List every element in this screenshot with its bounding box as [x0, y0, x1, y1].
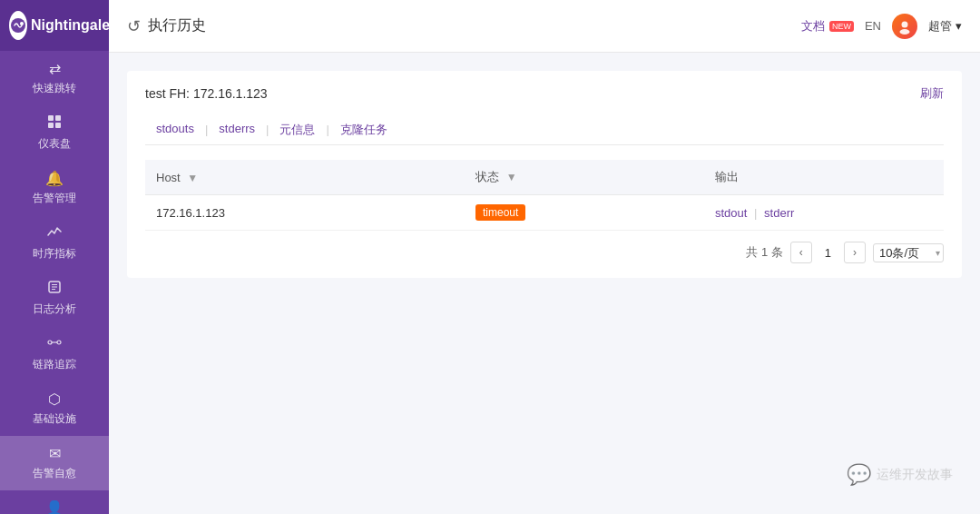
lang-switcher[interactable]: EN [865, 19, 881, 33]
sidebar-item-alarm-mgmt[interactable]: 🔔 告警管理 [0, 161, 109, 215]
refresh-button[interactable]: 刷新 [920, 85, 944, 102]
trace-icon [47, 335, 62, 353]
logo-icon [9, 11, 27, 40]
sidebar-item-label-dashboard: 仪表盘 [38, 136, 71, 152]
log-icon [47, 280, 62, 298]
svg-point-13 [902, 21, 908, 27]
next-page-button[interactable]: › [844, 242, 866, 263]
sidebar-item-quick-jump[interactable]: ⇄ 快速跳转 [0, 51, 109, 105]
user-menu[interactable]: 超管 ▾ [928, 18, 962, 35]
page-title-area: ↺ 执行历史 [127, 16, 206, 36]
sidebar-logo[interactable]: Nightingale [0, 0, 109, 51]
table-body: 172.16.1.123 timeout stdout | stderr [145, 195, 944, 231]
docs-link[interactable]: 文档 NEW [801, 18, 854, 35]
total-count: 共 1 条 [746, 244, 782, 261]
svg-point-14 [900, 29, 910, 35]
svg-point-11 [57, 341, 61, 344]
topbar: ↺ 执行历史 文档 NEW EN 超管 ▾ [109, 0, 980, 53]
col-status: 状态 ▼ [465, 160, 704, 195]
page-size-select[interactable]: 10条/页 20条/页 50条/页 100条/页 [873, 243, 944, 262]
dashboard-icon [47, 114, 62, 133]
topbar-right: 文档 NEW EN 超管 ▾ [801, 14, 962, 39]
table-header-row: Host ▼ 状态 ▼ 输出 [145, 160, 944, 195]
status-filter-icon[interactable]: ▼ [506, 171, 517, 183]
sidebar: Nightingale ⇄ 快速跳转 仪表盘 🔔 告警管理 时序指标 日志分析 … [0, 0, 109, 514]
sidebar-item-label-quick-jump: 快速跳转 [33, 81, 76, 96]
sidebar-item-label-log: 日志分析 [33, 301, 76, 317]
sidebar-item-infra[interactable]: ⬡ 基础设施 [0, 381, 109, 436]
pagination: 共 1 条 ‹ 1 › 10条/页 20条/页 50条/页 100条/页 ▾ [145, 231, 944, 263]
cell-status: timeout [465, 195, 704, 231]
current-page: 1 [819, 246, 837, 260]
results-table: Host ▼ 状态 ▼ 输出 [145, 160, 944, 231]
table-row: 172.16.1.123 timeout stdout | stderr [145, 195, 944, 231]
user-dropdown-arrow: ▾ [956, 19, 962, 33]
infra-icon: ⬡ [48, 390, 61, 408]
cell-host: 172.16.1.123 [145, 195, 465, 231]
svg-rect-3 [55, 115, 61, 121]
page-title: 执行历史 [148, 16, 206, 35]
metrics-icon [47, 224, 62, 242]
sidebar-item-trace[interactable]: 链路追踪 [0, 326, 109, 381]
sidebar-item-metrics[interactable]: 时序指标 [0, 215, 109, 271]
main-card: test FH: 172.16.1.123 刷新 stdouts | stder… [127, 71, 962, 278]
alarm-self-icon: ✉ [49, 445, 61, 462]
card-header: test FH: 172.16.1.123 刷新 [145, 85, 944, 102]
svg-point-10 [48, 341, 52, 344]
page-size-wrapper: 10条/页 20条/页 50条/页 100条/页 ▾ [873, 243, 944, 262]
table-head: Host ▼ 状态 ▼ 输出 [145, 160, 944, 195]
tab-stdouts[interactable]: stdouts [145, 116, 205, 145]
svg-rect-2 [48, 115, 54, 121]
sidebar-item-label-metrics: 时序指标 [33, 246, 76, 262]
personnel-icon: 👤 [45, 499, 64, 514]
tab-stderrs[interactable]: stderrs [208, 116, 266, 145]
col-host: Host ▼ [145, 160, 465, 195]
sidebar-item-label-trace: 链路追踪 [33, 357, 76, 372]
svg-rect-5 [55, 123, 61, 128]
quick-jump-icon: ⇄ [49, 60, 61, 77]
sidebar-item-dashboard[interactable]: 仪表盘 [0, 105, 109, 161]
page-icon: ↺ [127, 16, 141, 36]
avatar [892, 14, 917, 39]
sidebar-logo-text: Nightingale [31, 17, 110, 34]
col-output: 输出 [704, 160, 944, 195]
tabs-bar: stdouts | stderrs | 元信息 | 克隆任务 [145, 116, 944, 145]
sidebar-item-label-alarm-mgmt: 告警管理 [33, 191, 76, 206]
stdout-link[interactable]: stdout [715, 206, 747, 220]
new-badge: NEW [829, 21, 854, 32]
svg-rect-4 [48, 123, 54, 128]
cell-output: stdout | stderr [704, 195, 944, 231]
sidebar-item-label-alarm-self: 告警自愈 [33, 466, 76, 481]
status-badge: timeout [475, 204, 525, 221]
sidebar-item-label-infra: 基础设施 [33, 411, 76, 427]
sidebar-item-alarm-self[interactable]: ✉ 告警自愈 [0, 436, 109, 490]
output-separator: | [754, 206, 757, 220]
svg-point-1 [20, 22, 24, 25]
stderr-link[interactable]: stderr [764, 206, 794, 220]
tab-meta[interactable]: 元信息 [269, 116, 326, 145]
main-area: ↺ 执行历史 文档 NEW EN 超管 ▾ test FH: 172.16.1.… [109, 0, 980, 514]
card-title: test FH: 172.16.1.123 [145, 86, 268, 101]
tab-clone-task[interactable]: 克隆任务 [329, 116, 398, 145]
alarm-mgmt-icon: 🔔 [45, 170, 64, 187]
content-area: test FH: 172.16.1.123 刷新 stdouts | stder… [109, 53, 980, 514]
user-label: 超管 [928, 18, 952, 35]
sidebar-item-personnel[interactable]: 👤 人员组织 [0, 490, 109, 514]
sidebar-item-log[interactable]: 日志分析 [0, 271, 109, 326]
prev-page-button[interactable]: ‹ [790, 242, 812, 263]
host-filter-icon[interactable]: ▼ [187, 172, 198, 184]
docs-label: 文档 [801, 18, 825, 35]
